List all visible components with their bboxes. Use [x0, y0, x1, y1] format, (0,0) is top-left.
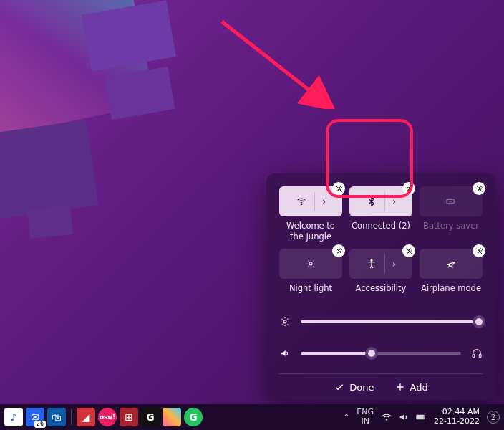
unpin-icon[interactable]: [402, 244, 415, 257]
taskbar-clock[interactable]: 02:44 AM 22-11-2022: [434, 408, 480, 426]
volume-icon: [279, 348, 291, 359]
language-switcher[interactable]: ENG IN: [357, 408, 374, 426]
taskbar: ♪ ✉ 🛍 ◢ osu! ⊞ G G ^ ENG IN 02:44 AM: [0, 404, 504, 430]
brightness-icon: [279, 316, 291, 328]
chevron-right-icon[interactable]: ›: [392, 196, 397, 207]
svg-point-3: [309, 262, 312, 265]
night-light-label: Night light: [279, 283, 342, 303]
wifi-label: Welcome to the Jungle: [279, 221, 342, 242]
audio-output-icon[interactable]: [471, 348, 483, 359]
battery-saver-label: Battery saver: [420, 221, 483, 241]
accessibility-icon: [366, 258, 377, 269]
battery-tray-icon: [415, 411, 427, 423]
check-icon: [334, 381, 345, 393]
unpin-icon[interactable]: [332, 182, 345, 195]
sliders: [279, 316, 483, 359]
unpin-icon[interactable]: [332, 244, 345, 257]
tile-battery-saver: Battery saver: [420, 186, 483, 242]
accessibility-label: Accessibility: [349, 283, 412, 303]
done-button[interactable]: Done: [334, 381, 374, 393]
bluetooth-label: Connected (2): [349, 221, 412, 241]
system-icons[interactable]: [381, 411, 427, 423]
osu-icon[interactable]: osu!: [98, 408, 117, 426]
wifi-tray-icon: [381, 411, 392, 423]
done-label: Done: [349, 382, 374, 393]
unpin-icon[interactable]: [472, 244, 485, 257]
night-light-icon: [305, 258, 316, 269]
taskbar-system-tray: ^ ENG IN 02:44 AM 22-11-2022 2: [343, 408, 500, 426]
svg-point-5: [284, 320, 286, 323]
tile-airplane: Airplane mode: [420, 249, 483, 303]
tile-accessibility: › Accessibility: [349, 249, 412, 303]
battery-saver-icon: [445, 196, 457, 207]
quick-settings-panel: › Welcome to the Jungle › Connected (2): [266, 173, 495, 400]
volume-row: [279, 348, 483, 359]
bluetooth-icon: [366, 196, 377, 207]
tray-overflow-chevron[interactable]: ^: [343, 413, 349, 422]
airplane-icon: [445, 258, 457, 269]
add-label: Add: [410, 382, 428, 393]
taskbar-apps: ♪ ✉ 🛍 ◢ osu! ⊞ G G: [4, 408, 203, 426]
quick-settings-footer: Done Add: [279, 373, 483, 393]
notification-count[interactable]: 2: [487, 411, 500, 424]
svg-rect-7: [479, 354, 481, 357]
plus-icon: [394, 381, 406, 393]
svg-rect-6: [472, 354, 475, 357]
taskbar-separator: [71, 409, 72, 425]
wifi-icon: [296, 196, 307, 207]
volume-slider[interactable]: [301, 352, 461, 355]
grammarly-icon[interactable]: G: [184, 408, 203, 426]
svg-point-8: [386, 419, 387, 420]
tile-night-light: Night light: [279, 249, 342, 303]
pixel-icon[interactable]: [163, 408, 181, 426]
brightness-slider[interactable]: [301, 320, 483, 323]
tile-bluetooth: › Connected (2): [349, 186, 412, 242]
volume-tray-icon: [398, 411, 410, 423]
airplane-label: Airplane mode: [420, 283, 483, 303]
quick-settings-tiles: › Welcome to the Jungle › Connected (2): [279, 186, 483, 303]
clock-date: 22-11-2022: [434, 417, 480, 426]
svg-point-4: [371, 259, 372, 261]
brightness-row: [279, 316, 483, 328]
svg-rect-10: [417, 416, 422, 419]
tile-wifi: › Welcome to the Jungle: [279, 186, 342, 242]
valorant-icon[interactable]: ◢: [77, 408, 95, 426]
chevron-right-icon[interactable]: ›: [392, 258, 397, 269]
store-icon[interactable]: 🛍: [47, 408, 66, 426]
logi-icon[interactable]: G: [141, 408, 160, 426]
unpin-icon[interactable]: [472, 182, 485, 195]
unpin-icon[interactable]: [402, 182, 415, 195]
svg-point-1: [301, 204, 301, 205]
office-icon[interactable]: ⊞: [120, 408, 138, 426]
mail-icon[interactable]: ✉: [26, 408, 44, 426]
itunes-icon[interactable]: ♪: [4, 408, 23, 426]
lang-bottom: IN: [357, 417, 374, 426]
chevron-right-icon[interactable]: ›: [322, 196, 326, 207]
add-button[interactable]: Add: [394, 381, 428, 393]
